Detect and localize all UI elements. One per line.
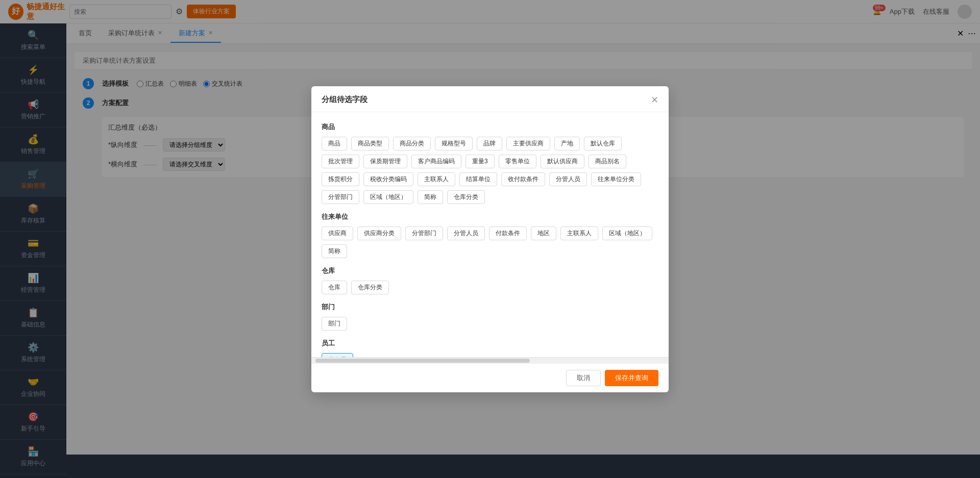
field-product[interactable]: 商品 — [322, 137, 347, 150]
modal-footer: 取消 保存并查询 — [311, 363, 669, 392]
partner-field-group: 供应商 供应商分类 分管部门 分管人员 付款条件 地区 主联系人 区域（地区） … — [322, 227, 658, 258]
section-partner-title: 往来单位 — [322, 212, 658, 221]
field-spec-type[interactable]: 规格型号 — [435, 137, 473, 150]
section-employee-title: 员工 — [322, 339, 658, 348]
field-salesperson[interactable]: 业务员 — [322, 353, 353, 357]
product-field-group: 商品 商品类型 商品分类 规格型号 品牌 主要供应商 产地 默认仓库 批次管理 … — [322, 137, 658, 204]
modal-cancel-button[interactable]: 取消 — [566, 370, 601, 386]
modal-horizontal-scrollbar[interactable] — [311, 357, 669, 363]
field-main-contact[interactable]: 主联系人 — [418, 172, 455, 186]
modal-title: 分组待选字段 — [322, 95, 368, 105]
field-origin[interactable]: 产地 — [554, 137, 580, 150]
field-pay-terms[interactable]: 付款条件 — [489, 227, 527, 240]
field-partner-unit-category[interactable]: 往来单位分类 — [591, 172, 641, 186]
section-dept: 部门 部门 — [322, 303, 658, 331]
field-settlement-unit[interactable]: 结算单位 — [459, 172, 497, 186]
dept-field-group: 部门 — [322, 317, 658, 331]
field-default-supplier[interactable]: 默认供应商 — [541, 155, 584, 168]
modal-confirm-button[interactable]: 保存并查询 — [605, 370, 658, 386]
field-wh-category[interactable]: 仓库分类 — [351, 281, 389, 294]
section-product: 商品 商品 商品类型 商品分类 规格型号 品牌 主要供应商 产地 默认仓库 批次… — [322, 122, 658, 204]
field-payment-terms[interactable]: 收付款条件 — [501, 172, 545, 186]
section-partner: 往来单位 供应商 供应商分类 分管部门 分管人员 付款条件 地区 主联系人 区域… — [322, 212, 658, 258]
field-batch-mgmt[interactable]: 批次管理 — [322, 155, 359, 168]
field-main-contact2[interactable]: 主联系人 — [560, 227, 598, 240]
field-main-supplier[interactable]: 主要供应商 — [506, 137, 550, 150]
field-supplier[interactable]: 供应商 — [322, 227, 353, 240]
section-employee: 员工 业务员 — [322, 339, 658, 357]
field-tax-category-code[interactable]: 税收分类编码 — [363, 172, 413, 186]
modal-overlay: 分组待选字段 ✕ 商品 商品 商品类型 商品分类 规格型号 品牌 主要供应商 产… — [0, 0, 980, 478]
field-department[interactable]: 部门 — [322, 317, 347, 331]
field-select-modal: 分组待选字段 ✕ 商品 商品 商品类型 商品分类 规格型号 品牌 主要供应商 产… — [311, 86, 669, 392]
field-default-warehouse[interactable]: 默认仓库 — [584, 137, 622, 150]
field-weight3[interactable]: 重量3 — [465, 155, 495, 168]
field-short-name[interactable]: 简称 — [418, 190, 443, 204]
field-pickup-points[interactable]: 拣货积分 — [322, 172, 359, 186]
field-customer-product-code[interactable]: 客户商品编码 — [411, 155, 461, 168]
field-retail-unit[interactable]: 零售单位 — [499, 155, 536, 168]
modal-header: 分组待选字段 ✕ — [311, 86, 669, 112]
field-mgmt-dept[interactable]: 分管部门 — [322, 190, 359, 204]
field-brand[interactable]: 品牌 — [477, 137, 502, 150]
field-short-name2[interactable]: 简称 — [322, 244, 347, 258]
field-product-alias[interactable]: 商品别名 — [589, 155, 626, 168]
employee-field-group: 业务员 — [322, 353, 658, 357]
section-warehouse-title: 仓库 — [322, 266, 658, 275]
field-product-category[interactable]: 商品分类 — [393, 137, 431, 150]
field-area[interactable]: 地区 — [531, 227, 556, 240]
field-supplier-category[interactable]: 供应商分类 — [357, 227, 401, 240]
field-supervisor[interactable]: 分管人员 — [549, 172, 587, 186]
section-dept-title: 部门 — [322, 303, 658, 312]
section-product-title: 商品 — [322, 122, 658, 132]
field-wh[interactable]: 仓库 — [322, 281, 347, 294]
field-warehouse-category[interactable]: 仓库分类 — [447, 190, 485, 204]
field-dept-person[interactable]: 分管人员 — [447, 227, 485, 240]
warehouse-field-group: 仓库 仓库分类 — [322, 281, 658, 294]
section-warehouse: 仓库 仓库 仓库分类 — [322, 266, 658, 294]
field-dept[interactable]: 分管部门 — [405, 227, 443, 240]
modal-hscroll-thumb — [315, 359, 530, 363]
field-quality-mgmt[interactable]: 保质期管理 — [363, 155, 407, 168]
field-region[interactable]: 区域（地区） — [363, 190, 413, 204]
modal-close-button[interactable]: ✕ — [651, 94, 658, 106]
field-product-type[interactable]: 商品类型 — [351, 137, 389, 150]
modal-body[interactable]: 商品 商品 商品类型 商品分类 规格型号 品牌 主要供应商 产地 默认仓库 批次… — [311, 112, 669, 357]
field-region2[interactable]: 区域（地区） — [602, 227, 652, 240]
